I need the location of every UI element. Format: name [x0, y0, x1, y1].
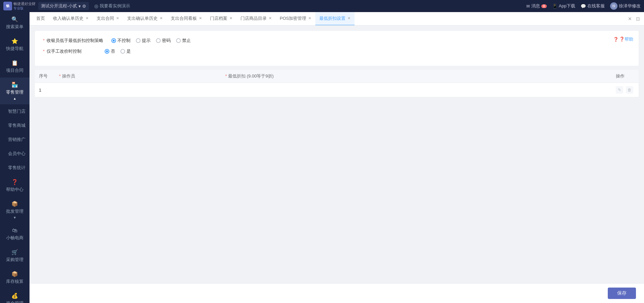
tab-expense-confirm-history-label: 支出确认单历史 [127, 15, 158, 21]
tab-expense-confirm-history[interactable]: 支出确认单历史 ✕ [123, 12, 167, 26]
discount-table: 序号 * 操作员 * 最低折扣 (9.00等于9折) 操作 [35, 70, 639, 97]
cell-min-discount-1 [221, 83, 612, 97]
project-selector[interactable]: 测试分开流程-小贰 ▾ ⚙ [38, 2, 89, 10]
sidebar-label-help-center: 帮助中心 [6, 187, 23, 193]
sidebar-item-inventory[interactable]: 📦 库存核算 [0, 267, 30, 289]
sidebar-item-wholesale-mgmt[interactable]: 📦 批发管理 ▼ [0, 197, 30, 223]
tab-store-product[interactable]: 门店商品目录 ✕ [236, 12, 276, 26]
cell-seq-1: 1 [35, 83, 55, 97]
radio-password-indicator [156, 38, 161, 43]
radio-password[interactable]: 密码 [156, 38, 171, 44]
required-star-operator: * [59, 73, 61, 79]
tab-store-profile-label: 门店档案 [210, 15, 227, 21]
save-button[interactable]: 保存 [608, 288, 636, 299]
radio-no-label: 否 [111, 48, 115, 54]
messages-action[interactable]: ✉ 消息 8 [526, 3, 547, 9]
online-service-action[interactable]: 💬 在线客服 [581, 3, 605, 9]
content-area: 首页 收入确认单历史 ✕ 支出合同 ✕ 支出确认单历史 ✕ 支出合同看板 ✕ 门… [30, 12, 644, 303]
inventory-icon: 📦 [11, 271, 18, 277]
col-header-actions: 操作 [612, 70, 639, 83]
sidebar-item-marketing[interactable]: 营销推广 [0, 133, 30, 147]
col-header-min-discount: * 最低折扣 (9.00等于9折) [221, 70, 612, 83]
radio-no-control[interactable]: 不控制 [111, 38, 130, 44]
manual-price-radio-group: 否 是 [105, 48, 131, 54]
sidebar-item-project-contract[interactable]: 📋 项目合同 [0, 56, 30, 78]
demo-icon: ◎ [94, 3, 98, 9]
tab-close-expense-contract-board[interactable]: ✕ [199, 16, 202, 20]
manual-price-row: * 仅手工改价时控制 否 是 [43, 48, 631, 54]
tab-close-pos-encrypt[interactable]: ✕ [308, 16, 311, 20]
tab-pos-encrypt-label: POS加密管理 [280, 15, 306, 21]
tab-close-income-history[interactable]: ✕ [86, 16, 89, 20]
sidebar-item-smart-store[interactable]: 智慧门店 [0, 104, 30, 118]
sidebar-label-marketing: 营销推广 [8, 137, 25, 143]
logo-text: 畅捷通好业财 [13, 2, 36, 6]
radio-password-label: 密码 [162, 38, 171, 44]
radio-forbid[interactable]: 禁止 [176, 38, 191, 44]
help-icon: ❓ [11, 179, 18, 185]
radio-no-indicator [105, 49, 109, 54]
sidebar-item-funds-mgmt[interactable]: 💰 资金管理 [0, 289, 30, 303]
tab-close-min-discount[interactable]: ✕ [347, 16, 351, 20]
chevron-down-icon: ▾ [78, 4, 81, 9]
wholesale-icon: 📦 [11, 201, 18, 207]
tab-expense-contract[interactable]: 支出合同 ✕ [93, 12, 123, 26]
manual-price-label: * 仅手工改价时控制 [43, 48, 97, 54]
app-download-action[interactable]: 📱 App下载 [552, 3, 575, 9]
settings-icon[interactable]: ⚙ [82, 4, 86, 9]
col-header-operator: * 操作员 [55, 70, 221, 83]
tab-close-expense-contract[interactable]: ✕ [116, 16, 119, 20]
tab-home[interactable]: 首页 [32, 12, 49, 26]
tab-store-profile[interactable]: 门店档案 ✕ [206, 12, 236, 26]
message-icon: ✉ [526, 4, 530, 9]
help-link[interactable]: ❓ ❓帮助 [613, 36, 633, 42]
radio-hint[interactable]: 提示 [136, 38, 151, 44]
tab-close-all-btn[interactable]: ✕ [627, 15, 633, 22]
discount-policy-row: * 收银员低于最低折扣控制策略 不控制 提示 [43, 38, 631, 44]
contract-icon: 📋 [11, 60, 18, 66]
project-name: 测试分开流程-小贰 [41, 3, 77, 9]
search-icon: 🔍 [11, 16, 18, 22]
sidebar-item-member-center[interactable]: 会员中心 [0, 147, 30, 161]
phone-icon: 📱 [552, 4, 557, 9]
star-icon: ⭐ [11, 38, 18, 44]
radio-no-control-label: 不控制 [117, 38, 130, 44]
delete-row-btn-1[interactable]: 🗑 [626, 86, 633, 94]
sidebar-item-purchase-mgmt[interactable]: 🛒 采购管理 [0, 245, 30, 267]
messages-label: 消息 [531, 3, 540, 9]
radio-no[interactable]: 否 [105, 48, 115, 54]
radio-hint-label: 提示 [142, 38, 151, 44]
tab-income-history-label: 收入确认单历史 [53, 15, 84, 21]
table-header-row: 序号 * 操作员 * 最低折扣 (9.00等于9折) 操作 [35, 70, 639, 83]
radio-yes[interactable]: 是 [120, 48, 131, 54]
sidebar-item-retail-mall[interactable]: 零售商城 [0, 118, 30, 133]
sidebar-item-help-center[interactable]: ❓ 帮助中心 [0, 175, 30, 197]
sidebar-item-retail-mgmt[interactable]: 🏪 零售管理 ▲ [0, 78, 30, 104]
tab-min-discount[interactable]: 最低折扣设置 ✕ [315, 12, 355, 26]
tab-bar: 首页 收入确认单历史 ✕ 支出合同 ✕ 支出确认单历史 ✕ 支出合同看板 ✕ 门… [30, 12, 644, 26]
sidebar-label-shortcut: 快捷导航 [6, 46, 23, 52]
sidebar-item-retail-stats[interactable]: 零售统计 [0, 161, 30, 175]
tab-expense-contract-board-label: 支出合同看板 [171, 15, 197, 21]
demo-label: 我要看实例演示 [100, 3, 130, 9]
tab-income-history[interactable]: 收入确认单历史 ✕ [49, 12, 93, 26]
sidebar-item-shortcut[interactable]: ⭐ 快捷导航 [0, 34, 30, 56]
tab-pos-encrypt[interactable]: POS加密管理 ✕ [276, 12, 315, 26]
tab-close-store-profile[interactable]: ✕ [229, 16, 232, 20]
logo-icon: 畅 [3, 2, 12, 10]
sidebar-label-purchase-mgmt: 采购管理 [6, 257, 23, 263]
tab-home-label: 首页 [36, 15, 45, 21]
table-card: 序号 * 操作员 * 最低折扣 (9.00等于9折) 操作 [35, 70, 639, 97]
sidebar-item-search[interactable]: 🔍 搜索菜单 [0, 12, 30, 34]
sidebar-label-project-contract: 项目合同 [6, 67, 23, 73]
sidebar-item-ecommerce[interactable]: 🛍 小畅电商 [0, 223, 30, 245]
top-actions: ✉ 消息 8 📱 App下载 💬 在线客服 徐 徐泽华修改 [526, 2, 641, 10]
user-label: 徐泽华修改 [619, 3, 641, 9]
tab-close-store-product[interactable]: ✕ [269, 16, 272, 20]
user-profile-action[interactable]: 徐 徐泽华修改 [610, 2, 641, 10]
demo-link[interactable]: ◎ 我要看实例演示 [94, 3, 130, 9]
tab-close-expense-confirm-history[interactable]: ✕ [160, 16, 163, 20]
edit-row-btn-1[interactable]: ✎ [616, 86, 623, 94]
tab-expand-btn[interactable]: ⊡ [635, 15, 641, 22]
tab-expense-contract-board[interactable]: 支出合同看板 ✕ [167, 12, 206, 26]
